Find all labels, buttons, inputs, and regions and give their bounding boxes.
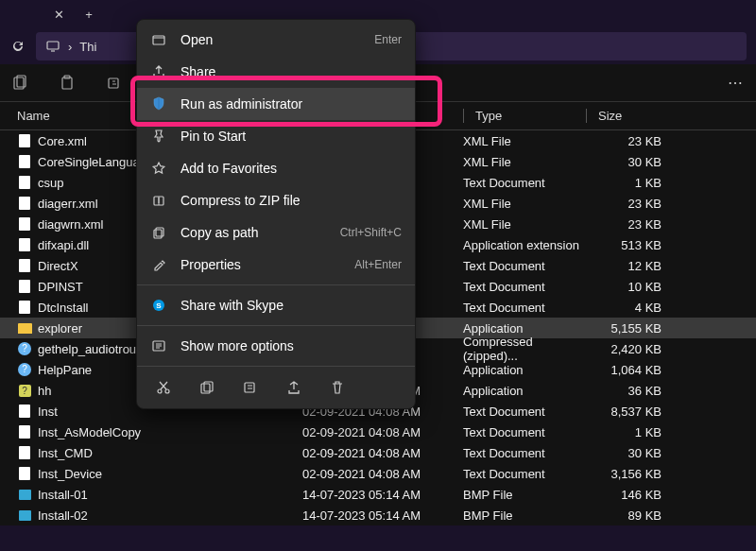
column-type[interactable]: Type [454,109,586,123]
document-icon [17,279,32,294]
file-type: XML File [454,155,586,169]
menu-item-label: Share with Skype [180,298,402,313]
menu-item-properties[interactable]: PropertiesAlt+Enter [137,249,415,281]
document-icon [17,154,32,169]
file-type: XML File [454,217,586,232]
menu-item-open[interactable]: OpenEnter [137,24,415,56]
tab-add-button[interactable]: + [77,3,100,26]
file-date: 14-07-2023 05:14 AM [302,488,454,502]
file-name: explorer [38,321,82,336]
document-icon [17,133,32,148]
file-name: gethelp_audiotroub [38,342,143,356]
file-name: DtcInstall [38,301,88,315]
svg-rect-3 [62,77,72,89]
file-type: Application [454,363,586,377]
file-type: Text Document [454,405,586,419]
menu-item-skype[interactable]: SShare with Skype [137,289,415,321]
svg-rect-17 [245,383,254,392]
file-type: Application [454,321,586,336]
share-arrow-icon[interactable] [284,378,303,397]
cut-icon[interactable] [154,378,173,397]
menu-separator [137,325,415,326]
monitor-icon [45,39,60,54]
menu-item-more-opts[interactable]: Show more options [137,330,415,362]
menu-item-shortcut: Enter [374,33,402,46]
image-icon [17,508,32,523]
star-icon [150,160,167,177]
more-opts-icon [150,337,167,354]
rename-icon[interactable] [241,378,260,397]
file-row[interactable]: Install-0114-07-2023 05:14 AMBMP File146… [0,484,756,505]
file-type: Compressed (zipped)... [454,335,586,363]
file-row[interactable]: Inst_CMD02-09-2021 04:08 AMText Document… [0,442,756,463]
menu-item-pin[interactable]: Pin to Start [137,120,415,152]
menu-item-shortcut: Ctrl+Shift+C [340,226,402,239]
file-name: Inst_Device [38,467,102,481]
reload-icon[interactable] [9,38,26,55]
delete-icon[interactable] [328,378,347,397]
file-size: 2,420 KB [586,342,699,356]
file-name: DirectX [38,259,78,273]
column-size[interactable]: Size [586,109,699,123]
rename-icon[interactable] [106,75,123,92]
menu-item-label: Open [180,32,361,47]
more-button[interactable]: ⋯ [728,74,745,92]
file-size: 146 KB [586,488,699,502]
file-size: 30 KB [586,446,699,460]
svg-rect-6 [153,36,164,44]
document-icon [17,175,32,190]
image-icon [17,487,32,502]
file-size: 4 KB [586,301,699,315]
document-icon [17,216,32,232]
help-icon: ? [17,362,32,377]
file-name: Core.xml [38,134,87,148]
paste-icon[interactable] [59,75,76,92]
file-name: hh [38,384,51,398]
copy-icon[interactable] [11,75,28,92]
menu-item-share[interactable]: Share [137,56,415,88]
file-type: Text Document [454,259,586,273]
file-row[interactable]: Inst_AsModelCopy02-09-2021 04:08 AMText … [0,422,756,442]
file-row[interactable]: Inst_Device02-09-2021 04:08 AMText Docum… [0,463,756,484]
file-size: 30 KB [586,155,699,169]
shield-icon [150,95,167,112]
document-icon [17,300,32,315]
chevron-icon: › [68,40,72,54]
file-type: BMP File [454,488,586,502]
copy-path-icon [150,224,167,241]
file-type: Text Document [454,425,586,439]
menu-item-shield[interactable]: Run as administrator [137,88,415,120]
file-name: csup [38,176,63,190]
menu-item-label: Share [180,64,402,79]
help-icon: ? [17,341,32,356]
file-date: 02-09-2021 04:08 AM [302,467,454,481]
menu-item-copy-path[interactable]: Copy as pathCtrl+Shift+C [137,216,415,249]
menu-item-zip[interactable]: Compress to ZIP file [137,184,415,216]
file-size: 1 KB [586,425,699,439]
svg-rect-5 [109,78,118,88]
file-size: 8,537 KB [586,405,699,419]
menu-icons-row [137,370,415,405]
file-type: Text Document [454,446,586,460]
menu-item-label: Pin to Start [180,129,402,144]
copy-icon[interactable] [198,378,216,397]
pin-icon [150,128,167,145]
file-name: Inst [38,405,58,419]
file-size: 23 KB [586,197,699,211]
document-icon [17,258,32,273]
file-date: 02-09-2021 04:08 AM [302,446,454,460]
tab-close-button[interactable]: ✕ [47,3,70,26]
open-icon [150,31,167,48]
menu-item-label: Properties [180,257,341,272]
file-name: DPINST [38,280,83,294]
menu-item-star[interactable]: Add to Favorites [137,152,415,184]
folder-icon [17,320,32,336]
file-size: 36 KB [586,384,699,398]
file-type: Text Document [454,467,586,481]
file-type: Application extension [454,238,586,252]
svg-rect-8 [154,230,162,238]
file-row[interactable]: Install-0214-07-2023 05:14 AMBMP File89 … [0,505,756,525]
file-name: difxapi.dll [38,238,89,252]
file-size: 12 KB [586,259,699,273]
file-size: 23 KB [586,217,699,232]
